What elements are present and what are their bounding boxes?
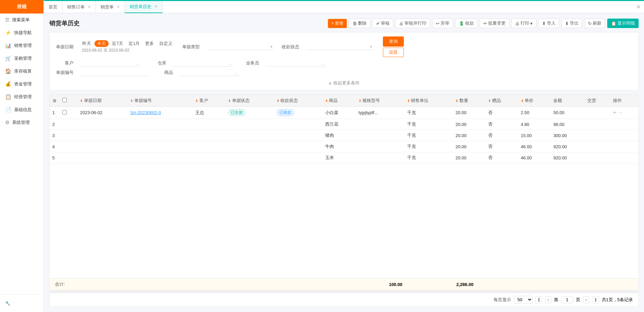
per-page-select[interactable]: 50 100 200 <box>514 296 533 304</box>
customer-input[interactable] <box>80 60 134 66</box>
sidebar-item-finance-mgmt[interactable]: 💰 资金管理 <box>0 78 44 90</box>
salesman-ellipsis[interactable]: ... <box>320 61 326 66</box>
th-customer[interactable]: ⬍ 客户 <box>193 95 225 107</box>
data-table: ⚙ ⬍ 单据日期 ⬍ 单据编号 ⬍ 客户 ⬍ 单据状态 ⬍ 收款状态 ⬍ 商品 … <box>50 95 638 163</box>
doc-type-select[interactable]: ▾ <box>206 44 274 50</box>
tab-sales-history[interactable]: 销货单历史 ✕ <box>125 1 163 13</box>
collect-button[interactable]: 💲 收款 <box>455 19 478 28</box>
goods-ellipsis[interactable]: ... <box>234 70 240 75</box>
display-detail-button[interactable]: 📋 显示明细 <box>607 19 639 28</box>
collect-status-select[interactable]: ▾ <box>306 44 373 50</box>
prev-page-btn[interactable]: ‹ <box>545 296 551 303</box>
collapse-btn[interactable]: ∧ 收起更多条件 <box>55 79 633 86</box>
customer-ellipsis[interactable]: ... <box>134 61 140 66</box>
cell-amount: 96.00 <box>551 119 585 130</box>
table-header-row: ⚙ ⬍ 单据日期 ⬍ 单据编号 ⬍ 客户 ⬍ 单据状态 ⬍ 收款状态 ⬍ 商品 … <box>50 95 638 107</box>
th-gift[interactable]: ⬍ 赠品 <box>485 95 518 107</box>
tab-sales-order[interactable]: 销售订单 ✕ <box>62 1 96 13</box>
tab-sales-shipment[interactable]: 销货单 ✕ <box>96 1 125 13</box>
th-goods[interactable]: ⬍ 商品 <box>323 95 356 107</box>
more-action-icon[interactable]: ⋯ <box>619 110 623 115</box>
last-page-btn[interactable]: ⟫ <box>592 296 599 303</box>
row-checkbox[interactable] <box>62 110 67 114</box>
tab-sales-shipment-close[interactable]: ✕ <box>117 5 120 9</box>
sidebar-item-quick-nav[interactable]: ⚡ 快捷导航 <box>0 26 44 39</box>
filter-settings-button[interactable]: 设置 <box>383 48 404 57</box>
cell-check[interactable] <box>60 119 77 130</box>
sort-icon-quantity: ⬍ <box>455 99 458 103</box>
horizontal-scrollbar[interactable] <box>50 290 638 293</box>
query-button[interactable]: 查询 <box>383 36 404 47</box>
salesman-input[interactable] <box>266 60 320 66</box>
doc-no-input[interactable] <box>80 69 148 76</box>
audit-button[interactable]: ✔ 审核 <box>372 19 393 28</box>
sidebar-item-ops-mgmt[interactable]: 📋 经营管理 <box>0 90 44 103</box>
page-number-input[interactable] <box>561 296 573 303</box>
audit-print-button[interactable]: 🖨 审核并打印 <box>395 19 430 28</box>
date-btn-custom[interactable]: 自定义 <box>157 40 174 47</box>
warehouse-input[interactable] <box>173 60 227 66</box>
page-label: 第 <box>554 297 558 303</box>
th-collect-status[interactable]: ⬍ 收款状态 <box>274 95 323 107</box>
select-all-checkbox[interactable] <box>62 98 67 102</box>
import-button[interactable]: ⬆ 导入 <box>538 19 559 28</box>
cell-unit-price: 4.80 <box>518 119 551 130</box>
cell-doc-no[interactable] <box>128 141 193 152</box>
sidebar-item-settings-bottom[interactable]: 🔧 <box>0 297 44 309</box>
date-btn-today[interactable]: 今天 <box>94 40 109 47</box>
delete-button[interactable]: 🗑 删除 <box>349 19 370 28</box>
cell-check[interactable] <box>60 152 77 163</box>
sidebar-logo: 统链 <box>0 0 44 14</box>
cell-check[interactable] <box>60 107 77 119</box>
abandon-button[interactable]: ↩ 弃审 <box>432 19 453 28</box>
date-btn-yesterday[interactable]: 昨天 <box>80 40 93 47</box>
date-btn-more[interactable]: 更多 <box>143 40 156 47</box>
cell-check[interactable] <box>60 130 77 141</box>
th-gear[interactable]: ⚙ <box>50 95 60 107</box>
cell-doc-no[interactable]: SA-20230602-0 <box>128 107 193 119</box>
cell-check[interactable] <box>60 141 77 152</box>
th-doc-date[interactable]: ⬍ 单据日期 <box>77 95 128 107</box>
per-page-label: 每页显示 <box>494 297 511 303</box>
th-unit-price[interactable]: ⬍ 单价 <box>518 95 551 107</box>
tab-bar-close-all[interactable]: ✕ <box>636 4 644 10</box>
tab-home[interactable]: 首页 <box>44 1 62 13</box>
warehouse-ellipsis[interactable]: ... <box>227 61 233 66</box>
cell-spec <box>356 130 404 141</box>
th-doc-status[interactable]: ⬍ 单据状态 <box>225 95 274 107</box>
sidebar-item-sales-mgmt[interactable]: 📊 销售管理 <box>0 39 44 52</box>
date-range-btns: 昨天 今天 近7天 近1月 更多 自定义 <box>80 40 174 47</box>
th-spec[interactable]: ⬍ 规格型号 <box>356 95 404 107</box>
tab-sales-history-close[interactable]: ✕ <box>155 4 158 9</box>
cell-gift: 否 <box>485 152 518 163</box>
cell-doc-no[interactable] <box>128 130 193 141</box>
th-quantity[interactable]: ⬍ 数量 <box>453 95 485 107</box>
batch-change-button[interactable]: ✏ 批量变更 <box>480 19 509 28</box>
first-page-btn[interactable]: ⟪ <box>535 296 542 303</box>
sidebar-item-search-menu[interactable]: ☰ 搜索菜单 <box>0 14 44 26</box>
tab-sales-order-close[interactable]: ✕ <box>88 5 91 9</box>
cell-doc-no[interactable] <box>128 119 193 130</box>
th-doc-no[interactable]: ⬍ 单据编号 <box>128 95 193 107</box>
doc-type-label: 单据类型 <box>181 44 200 50</box>
sidebar-item-inventory[interactable]: 🏠 库存核算 <box>0 65 44 78</box>
edit-action-icon[interactable]: ✏ <box>613 110 617 115</box>
next-page-btn[interactable]: › <box>583 296 589 303</box>
th-check[interactable] <box>60 95 77 107</box>
goods-input[interactable] <box>180 69 234 76</box>
cell-doc-no[interactable] <box>128 152 193 163</box>
new-button[interactable]: + 新增 <box>328 19 347 28</box>
date-btn-7days[interactable]: 近7天 <box>110 40 125 47</box>
sidebar-item-system-mgmt[interactable]: ⚙ 系统管理 <box>0 116 44 129</box>
date-btn-1month[interactable]: 近1月 <box>127 40 142 47</box>
cell-quantity: 20.00 <box>453 141 485 152</box>
sidebar-item-purchase-mgmt[interactable]: 🛒 采购管理 <box>0 52 44 65</box>
export-button[interactable]: ⬇ 导出 <box>561 19 582 28</box>
refresh-button[interactable]: ↻ 刷新 <box>584 19 605 28</box>
sidebar-item-basic-info[interactable]: 📄 基础信息 <box>0 103 44 116</box>
th-sales-unit[interactable]: ⬍ 销售单位 <box>404 95 453 107</box>
print-button[interactable]: 🖨 打印 ▾ <box>511 19 536 28</box>
th-amount[interactable]: 金额 <box>551 95 585 107</box>
tab-sales-order-label: 销售订单 <box>67 4 85 10</box>
cell-transaction <box>585 152 610 163</box>
